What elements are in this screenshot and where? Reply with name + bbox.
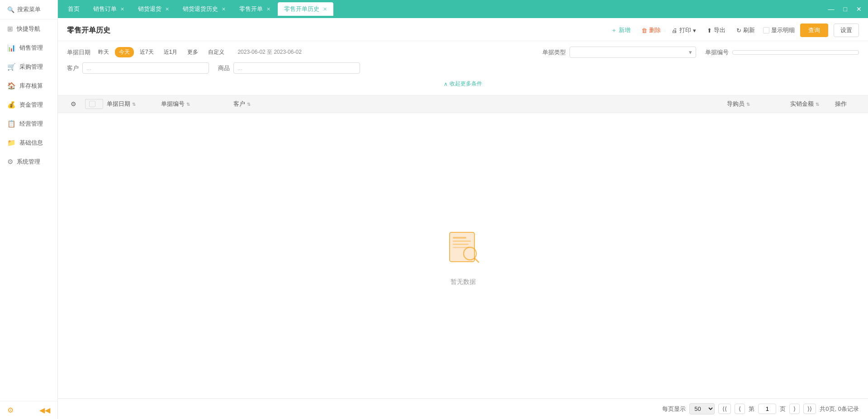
sidebar-item-label: 经营管理 xyxy=(19,120,43,128)
page-last-button[interactable]: ⟩⟩ xyxy=(803,404,816,414)
date-range-display: 2023-06-02 至 2023-06-02 xyxy=(237,48,301,56)
export-button[interactable]: ⬆ 导出 xyxy=(704,24,728,36)
sales-icon: 📊 xyxy=(7,44,16,52)
maximize-button[interactable]: □ xyxy=(841,5,850,14)
th-checkbox[interactable] xyxy=(85,99,103,109)
inventory-icon: 🏠 xyxy=(7,82,16,90)
tab-sales-return-close[interactable]: ✕ xyxy=(165,6,169,12)
type-filter-select[interactable]: ▾ xyxy=(569,47,696,58)
select-all-checkbox[interactable] xyxy=(89,101,95,107)
minimize-button[interactable]: — xyxy=(825,5,837,14)
date-1month[interactable]: 近1月 xyxy=(160,47,182,57)
main-area: 首页 销售订单 ✕ 销货退货 ✕ 销货退货历史 ✕ 零售开单 ✕ 零售开单历史 … xyxy=(58,0,868,419)
collapse-filter-bar[interactable]: ∧ 收起更多条件 xyxy=(67,78,859,89)
display-detail-label: 显示明细 xyxy=(771,26,795,34)
basic-info-icon: 📁 xyxy=(7,139,16,147)
purchase-icon: 🛒 xyxy=(7,63,16,71)
refresh-button[interactable]: ↻ 刷新 xyxy=(734,24,758,36)
date-custom[interactable]: 自定义 xyxy=(204,47,228,57)
th-date-label: 单据日期 xyxy=(107,100,130,108)
svg-rect-1 xyxy=(453,237,466,239)
customer-filter-dots: ... xyxy=(86,65,91,71)
product-filter-label: 商品 xyxy=(218,64,230,72)
sidebar-search[interactable]: 🔍 搜索菜单 xyxy=(0,0,57,19)
page-first-button[interactable]: ⟨⟨ xyxy=(718,404,731,414)
sidebar-item-label: 快捷导航 xyxy=(17,25,40,33)
sidebar-item-operation[interactable]: 📋 经营管理 xyxy=(0,114,57,133)
query-button[interactable]: 查询 xyxy=(800,24,828,37)
per-page-label: 每页显示 xyxy=(662,405,686,413)
date-more[interactable]: 更多 xyxy=(183,47,202,57)
checkbox-display-detail[interactable] xyxy=(763,27,769,33)
close-button[interactable]: ✕ xyxy=(854,5,864,14)
display-detail-toggle[interactable]: 显示明细 xyxy=(763,26,795,34)
tab-retail-open[interactable]: 零售开单 ✕ xyxy=(233,2,277,16)
th-customer-sort[interactable]: ⇅ xyxy=(247,102,251,107)
delete-icon: 🗑 xyxy=(641,27,647,34)
product-filter-input[interactable]: ... xyxy=(233,62,360,74)
settings-icon[interactable]: ⚙ xyxy=(7,406,14,414)
th-amount-sort[interactable]: ⇅ xyxy=(816,102,819,107)
th-no-sort[interactable]: ⇅ xyxy=(186,102,190,107)
tabs-bar: 首页 销售订单 ✕ 销货退货 ✕ 销货退货历史 ✕ 零售开单 ✕ 零售开单历史 … xyxy=(58,0,868,18)
sidebar-item-label: 销售管理 xyxy=(19,44,43,52)
tab-sales-order-close[interactable]: ✕ xyxy=(120,6,124,12)
empty-state: 暂无数据 xyxy=(58,113,868,398)
collapse-sidebar-icon[interactable]: ◀◀ xyxy=(39,406,50,414)
sidebar-item-sales-mgmt[interactable]: 📊 销售管理 xyxy=(0,38,57,57)
add-button[interactable]: ＋ 新增 xyxy=(608,24,633,36)
print-label: 打印 xyxy=(679,26,691,34)
th-guide-sort[interactable]: ⇅ xyxy=(746,102,750,107)
customer-filter-item: 客户 ... xyxy=(67,62,209,74)
type-filter-item: 单据类型 ▾ xyxy=(542,47,696,58)
tab-retail-open-history-close[interactable]: ✕ xyxy=(323,6,327,12)
sidebar-item-label: 库存核算 xyxy=(19,82,43,90)
sidebar-item-system[interactable]: ⚙ 系统管理 xyxy=(0,152,57,171)
tab-sales-return-history-close[interactable]: ✕ xyxy=(222,6,226,12)
date-range-item: 2023-06-02 至 2023-06-02 xyxy=(237,48,301,56)
th-settings[interactable]: ⚙ xyxy=(67,96,85,112)
sidebar-footer: ⚙ ◀◀ xyxy=(0,401,57,419)
tab-sales-order[interactable]: 销售订单 ✕ xyxy=(87,2,131,16)
tab-retail-open-history-label: 零售开单历史 xyxy=(284,5,319,13)
no-filter-input[interactable] xyxy=(732,50,859,55)
page-input[interactable] xyxy=(758,404,776,414)
tab-retail-open-close[interactable]: ✕ xyxy=(266,6,270,12)
sidebar-item-inventory[interactable]: 🏠 库存核算 xyxy=(0,76,57,95)
th-date-sort[interactable]: ⇅ xyxy=(132,102,136,107)
page-prev-button[interactable]: ⟨ xyxy=(735,404,745,414)
date-filter-label: 单据日期 xyxy=(67,48,90,56)
svg-point-6 xyxy=(466,250,474,258)
date-yesterday[interactable]: 昨天 xyxy=(94,47,113,57)
system-icon: ⚙ xyxy=(7,158,13,166)
delete-button[interactable]: 🗑 删除 xyxy=(639,24,664,36)
sidebar-item-quick-nav[interactable]: ⊞ 快捷导航 xyxy=(0,19,57,38)
type-filter-label: 单据类型 xyxy=(542,48,566,56)
page-header: 零售开单历史 ＋ 新增 🗑 删除 🖨 打印 ▾ ⬆ 导出 xyxy=(58,18,868,41)
date-filter-item: 单据日期 昨天 今天 近7天 近1月 更多 自定义 xyxy=(67,47,228,57)
table-settings-icon[interactable]: ⚙ xyxy=(71,100,76,108)
filter-row-2: 客户 ... 商品 ... xyxy=(67,62,859,74)
filter-area: 单据日期 昨天 今天 近7天 近1月 更多 自定义 2023-06-02 至 2… xyxy=(58,41,868,95)
sidebar-item-finance[interactable]: 💰 资金管理 xyxy=(0,95,57,114)
sidebar-item-basic-info[interactable]: 📁 基础信息 xyxy=(0,133,57,152)
print-button[interactable]: 🖨 打印 ▾ xyxy=(669,24,699,36)
page-next-button[interactable]: ⟩ xyxy=(789,404,800,414)
tab-retail-open-history[interactable]: 零售开单历史 ✕ xyxy=(278,2,333,16)
page-title: 零售开单历史 xyxy=(67,26,110,35)
sidebar-item-purchase-mgmt[interactable]: 🛒 采购管理 xyxy=(0,57,57,76)
customer-filter-input[interactable]: ... xyxy=(82,62,209,74)
date-today[interactable]: 今天 xyxy=(115,47,134,57)
pagination: 每页显示 50 10 20 100 ⟨⟨ ⟨ 第 页 ⟩ ⟩⟩ 共0页, 0条记… xyxy=(58,398,868,419)
date-7days[interactable]: 近7天 xyxy=(136,47,158,57)
tab-sales-return[interactable]: 销货退货 ✕ xyxy=(132,2,175,16)
refresh-icon: ↻ xyxy=(736,27,741,34)
print-icon: 🖨 xyxy=(672,27,678,34)
tab-home[interactable]: 首页 xyxy=(62,2,86,16)
setting-button[interactable]: 设置 xyxy=(834,24,859,37)
collapse-up-icon: ∧ xyxy=(444,81,448,87)
quick-nav-icon: ⊞ xyxy=(7,25,13,33)
tab-sales-return-history[interactable]: 销货退货历史 ✕ xyxy=(176,2,232,16)
sidebar-item-label: 基础信息 xyxy=(19,139,43,147)
page-size-select[interactable]: 50 10 20 100 xyxy=(689,403,715,414)
